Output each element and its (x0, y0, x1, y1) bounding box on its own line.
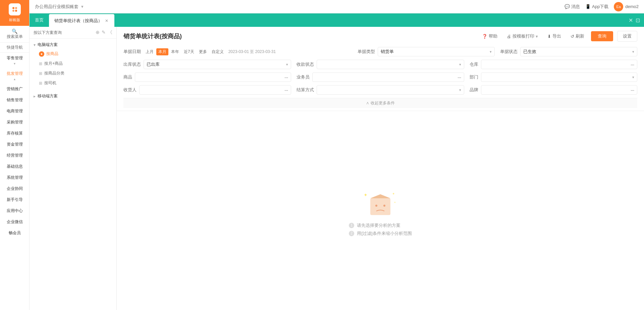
sidebar-logo: 办公用品行业模拟账套 标账版 (0, 0, 29, 26)
brand-dots: ··· (631, 88, 634, 93)
date-custom-btn[interactable]: 自定义 (210, 48, 226, 55)
date-more-btn[interactable]: 更多 (197, 48, 209, 55)
sidebar-item-enterprise[interactable]: 企业协同 (0, 183, 29, 194)
receiver-input[interactable]: ··· (139, 85, 291, 95)
add-scheme-icon[interactable]: ⊕ (96, 30, 100, 36)
doc-status-select[interactable]: 已生效 ▾ (520, 47, 637, 56)
brand-input[interactable]: ··· (481, 85, 637, 95)
date-this-year-btn[interactable]: 本年 (169, 48, 181, 55)
sidebar-item-wechat[interactable]: 企业微信 (0, 216, 29, 227)
topbar-left: 办公用品行业模拟账套 ▾ (35, 4, 84, 10)
app-download-label: App下载 (592, 4, 608, 10)
sidebar-item-inventory[interactable]: 库存核算 (0, 128, 29, 139)
tabbar-maximize-icon[interactable]: ⊡ (636, 17, 640, 23)
collapse-filters-btn[interactable]: ∧ 收起更多条件 (123, 98, 637, 108)
sidebar-item-purchase[interactable]: 采购管理 (0, 117, 29, 128)
sidebar-item-system[interactable]: 系统管理 (0, 172, 29, 183)
topbar-right: 💬 消息 📱 App下载 Ea demo2 (565, 2, 639, 11)
sidebar-item-marketing[interactable]: 营销推广 (0, 84, 29, 95)
warehouse-dots: ··· (631, 62, 634, 67)
sidebar-item-finance[interactable]: 资金管理 (0, 139, 29, 150)
scheme-by-machine[interactable]: ⊞ 按司机 (30, 78, 116, 88)
scheme-mobile-group: ▸ 移动端方案 (30, 90, 116, 102)
app-selector-arrow[interactable]: ▾ (81, 4, 84, 9)
refresh-label: 刷新 (576, 33, 584, 39)
out-status-chevron: ▾ (286, 62, 288, 67)
date-buttons: 上月 本月 本年 近7天 更多 自定义 (144, 48, 226, 55)
app-download-btn[interactable]: 📱 App下载 (585, 4, 608, 10)
message-icon: 💬 (565, 4, 570, 9)
scheme-mobile-title[interactable]: ▸ 移动端方案 (30, 92, 116, 100)
sidebar-item-ecommerce[interactable]: 电商管理 (0, 106, 29, 117)
settings-button[interactable]: 设置 (617, 31, 637, 42)
page-title: 销货单统计表(按商品) (123, 32, 182, 40)
sidebar-search[interactable]: 🔍 搜索菜单 (0, 26, 29, 43)
filter-out-status: 出库状态 已出库 ▾ (123, 60, 291, 69)
tab-home[interactable]: 首页 (30, 13, 49, 27)
filter-warehouse: 仓库 ··· (470, 60, 637, 69)
sidebar-item-sales[interactable]: 销售管理 (0, 95, 29, 106)
app-selector-label[interactable]: 办公用品行业模拟账套 (35, 4, 78, 10)
filter-area: 单据日期 上月 本月 本年 近7天 更多 自定义 2023-03-01 至 20… (117, 44, 644, 111)
tab-sales-stats[interactable]: 销货单统计表（按商品） ✕ (49, 14, 114, 28)
tabbar-close-icon[interactable]: ✕ (629, 17, 633, 23)
help-btn[interactable]: ❓ 帮助 (479, 32, 500, 41)
doc-status-label: 单据状态 (500, 49, 518, 55)
tab-close-icon[interactable]: ✕ (104, 18, 109, 23)
svg-point-7 (383, 205, 385, 207)
scheme-by-product[interactable]: ● 按商品 (30, 49, 116, 59)
print-btn[interactable]: 🖨 按模板打印 ▾ (504, 32, 541, 41)
receipt-status-select[interactable]: ▾ (317, 60, 464, 69)
sidebar-item-inventory-label: 库存核算 (7, 131, 23, 136)
logo-subtitle: 标账版 (9, 17, 20, 22)
message-btn[interactable]: 💬 消息 (565, 4, 580, 10)
date-last-month-btn[interactable]: 上月 (144, 48, 156, 55)
empty-illustration: ✦ ✦ ✦ (360, 185, 400, 218)
sidebar-item-basic[interactable]: 基础信息 (0, 161, 29, 172)
sidebar: 办公用品行业模拟账套 标账版 🔍 搜索菜单 快捷导航 零售管理 ▾ 批发管理 ▴… (0, 0, 30, 310)
refresh-btn[interactable]: ↺ 刷新 (568, 32, 587, 41)
product-input[interactable]: ··· (135, 72, 291, 82)
user-avatar-text: Ea (616, 5, 621, 9)
user-menu[interactable]: Ea demo2 (614, 2, 639, 11)
filter-row-4: 收货人 ··· 结算方式 ▾ 品牌 (123, 85, 637, 95)
sidebar-item-apps[interactable]: 应用中心 (0, 205, 29, 216)
sidebar-item-retail[interactable]: 零售管理 ▾ (0, 53, 29, 68)
edit-scheme-icon[interactable]: ✎ (102, 30, 106, 36)
sidebar-item-member[interactable]: 畅会员 (0, 227, 29, 239)
query-button[interactable]: 查询 (591, 31, 613, 41)
page-actions: ❓ 帮助 🖨 按模板打印 ▾ ⬇ 导出 ↺ 刷新 (479, 31, 637, 42)
collapse-label: 收起更多条件 (371, 101, 395, 105)
scheme-by-month-product[interactable]: ⊞ 按月+商品 (30, 59, 116, 68)
user-avatar: Ea (614, 2, 623, 11)
out-status-select[interactable]: 已出库 ▾ (144, 60, 291, 69)
payment-select[interactable]: ▾ (317, 85, 464, 95)
date-last7-btn[interactable]: 近7天 (182, 48, 196, 55)
department-select[interactable]: ▾ (481, 72, 637, 82)
sidebar-item-operations[interactable]: 经营管理 (0, 150, 29, 161)
doc-type-chevron: ▾ (490, 50, 492, 54)
sidebar-item-retail-label: 零售管理 (7, 55, 23, 61)
sidebar-search-label: 搜索菜单 (1, 34, 28, 40)
product-dots: ··· (284, 75, 288, 80)
date-this-month-btn[interactable]: 本月 (156, 48, 168, 55)
export-btn[interactable]: ⬇ 导出 (545, 32, 564, 41)
sidebar-item-guide[interactable]: 新手引导 (0, 194, 29, 205)
receipt-status-label: 收款状态 (297, 61, 314, 67)
filter-date: 单据日期 上月 本月 本年 近7天 更多 自定义 2023-03-01 至 20… (123, 48, 352, 55)
filter-panel-header: 按以下方案查询 ⊕ ✎ 《 (30, 27, 116, 39)
payment-label: 结算方式 (297, 87, 314, 93)
scheme-by-category[interactable]: ⊞ 按商品分类 (30, 68, 116, 78)
sidebar-quick-nav[interactable]: 快捷导航 (0, 43, 29, 53)
scheme-desktop-title[interactable]: ▾ 电脑端方案 (30, 41, 116, 49)
sidebar-item-retail-arrow: ▾ (14, 62, 15, 65)
doc-type-select[interactable]: 销货单 ▾ (378, 47, 495, 56)
doc-type-value: 销货单 (381, 49, 394, 55)
collapse-scheme-icon[interactable]: 《 (108, 30, 112, 36)
collapse-up-icon: ∧ (366, 101, 369, 105)
sidebar-item-wholesale[interactable]: 批发管理 ▴ (0, 68, 29, 84)
salesman-input[interactable]: ··· (312, 72, 464, 82)
warehouse-input[interactable]: ··· (481, 60, 637, 69)
date-range-display: 2023-03-01 至 2023-03-31 (228, 49, 276, 55)
filter-brand: 品牌 ··· (470, 85, 637, 95)
